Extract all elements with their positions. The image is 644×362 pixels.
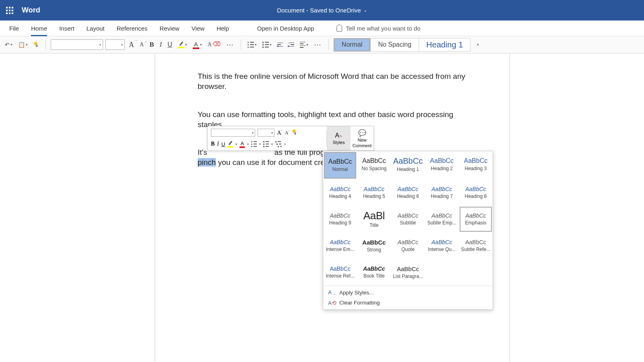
app-launcher-button[interactable] (0, 7, 19, 14)
bold-button[interactable]: B (148, 40, 155, 49)
mini-font-select[interactable]: ▾ (211, 129, 255, 137)
style-sample: AaBbCc (328, 158, 352, 165)
style-normal-button[interactable]: Normal (334, 38, 371, 51)
style-sample: AaBbCc (465, 213, 486, 218)
style-label: Subtitle (400, 220, 416, 226)
style-gallery-item[interactable]: AaBbCcIntense Ref... (323, 259, 357, 286)
tab-file[interactable]: File (3, 21, 25, 36)
style-gallery-item[interactable]: AaBbCcHeading 1 (391, 151, 425, 178)
mini-bold-button[interactable]: B (211, 141, 215, 147)
style-gallery-item[interactable]: AaBbCcSubtle Emp... (425, 206, 459, 232)
mini-multilevel-button[interactable] (275, 141, 282, 147)
mini-italic-button[interactable]: I (217, 141, 219, 147)
style-gallery-item[interactable]: AaBbCcNormal (324, 152, 356, 179)
clear-formatting-menu-button[interactable]: A⟲ Clear Formatting (323, 298, 493, 308)
style-gallery-item[interactable]: AaBbCcQuote (391, 232, 425, 259)
tab-view[interactable]: View (186, 21, 211, 36)
decrease-indent-button[interactable]: ◂ (276, 42, 285, 48)
style-label: Subtle Refe... (461, 247, 491, 252)
underline-button[interactable]: U (166, 40, 174, 49)
style-gallery-item[interactable]: AaBbCcHeading 2 (425, 151, 459, 178)
style-label: Heading 2 (431, 166, 453, 171)
styles-gallery-grid: AaBbCcNormalAaBbCcNo SpacingAaBbCcHeadin… (323, 151, 493, 286)
paste-button[interactable]: 📋▾ (17, 41, 29, 49)
format-painter-button[interactable] (32, 41, 41, 48)
style-sample: AaBbCc (398, 186, 418, 192)
style-gallery-item[interactable]: AaBbCcStrong (357, 232, 391, 259)
tell-me-search[interactable]: Tell me what you want to do (336, 25, 421, 32)
mini-highlight-button[interactable] (227, 140, 233, 148)
decrease-indent-icon: ◂ (277, 43, 283, 47)
align-button[interactable]: ▾ (298, 41, 310, 49)
style-sample: AaBbCc (330, 266, 350, 272)
mini-shrink-font-button[interactable]: Aˇ (285, 130, 289, 136)
style-label: Intense Qu... (428, 247, 456, 252)
style-gallery-item[interactable]: AaBbCcEmphasis (459, 206, 493, 232)
mini-styles-button[interactable]: A✎ Styles (327, 126, 350, 150)
ribbon-tabs: File Home Insert Layout References Revie… (0, 21, 644, 36)
style-gallery-item[interactable]: AaBbCcBook Title (357, 259, 391, 286)
mini-new-comment-button[interactable]: 💬 New Comment (350, 126, 374, 150)
style-gallery-item[interactable]: AaBbCcIntense Em... (323, 232, 357, 259)
tab-review[interactable]: Review (153, 21, 185, 36)
mini-font-color-button[interactable]: A (239, 140, 245, 148)
more-font-options-button[interactable]: ⋯ (225, 40, 236, 49)
style-gallery-item[interactable]: AaBbCcHeading 7 (425, 179, 459, 206)
mini-format-painter-button[interactable] (292, 130, 297, 136)
font-size-select[interactable]: ▾ (105, 39, 125, 50)
tab-references[interactable]: References (111, 21, 154, 36)
style-label: Intense Ref... (326, 273, 354, 279)
document-title-dropdown[interactable]: Document - Saved to OneDrive ⌄ (277, 7, 367, 14)
styles-expand-button[interactable]: ▾ (475, 42, 481, 47)
style-heading1-button[interactable]: Heading 1 (419, 38, 471, 51)
increase-indent-button[interactable]: ▸ (287, 42, 296, 48)
tab-insert[interactable]: Insert (53, 21, 80, 36)
style-sample: AaBbCc (330, 213, 350, 218)
style-label: Heading 1 (397, 167, 419, 172)
highlight-button[interactable]: ▾ (176, 40, 189, 49)
numbering-icon (263, 141, 269, 147)
bullets-button[interactable]: ▾ (246, 41, 258, 49)
style-label: Heading 5 (363, 193, 385, 199)
waffle-icon (6, 7, 13, 14)
grow-font-button[interactable]: A (127, 41, 136, 49)
style-gallery-item[interactable]: AaBbCcHeading 9 (323, 206, 357, 232)
apply-styles-button[interactable]: A→ Apply Styles... (323, 288, 493, 298)
style-label: Heading 3 (465, 166, 487, 171)
more-paragraph-options-button[interactable]: ⋯ (312, 40, 324, 49)
tab-layout[interactable]: Layout (80, 21, 111, 36)
style-gallery-item[interactable]: AaBbCcNo Spacing (357, 151, 391, 178)
font-color-button[interactable]: A▾ (191, 40, 204, 50)
style-sample: AaBbCc (330, 186, 350, 192)
mini-grow-font-button[interactable]: Aˆ (277, 130, 283, 136)
style-gallery-item[interactable]: AaBbCcList Paragra... (391, 259, 425, 286)
style-gallery-item[interactable]: AaBbCcHeading 4 (323, 179, 357, 206)
style-gallery-item[interactable]: AaBbCcSubtitle (391, 206, 425, 232)
style-label: Heading 4 (329, 193, 351, 199)
style-label: Quote (401, 247, 415, 252)
italic-button[interactable]: I (158, 40, 163, 49)
style-nospacing-button[interactable]: No Spacing (370, 38, 419, 51)
style-gallery-item[interactable]: AaBbCcHeading 8 (459, 179, 493, 206)
numbering-button[interactable]: ▾ (261, 41, 273, 49)
tab-home[interactable]: Home (25, 21, 53, 36)
tab-help[interactable]: Help (211, 21, 235, 36)
style-label: Normal (332, 167, 348, 172)
style-gallery-item[interactable]: AaBlTitle (357, 206, 391, 232)
mini-bullets-button[interactable] (251, 141, 257, 147)
shrink-font-button[interactable]: A (138, 41, 145, 48)
lightbulb-icon (336, 25, 342, 32)
open-in-desktop-button[interactable]: Open in Desktop App (251, 21, 320, 36)
style-gallery-item[interactable]: AaBbCcHeading 5 (357, 179, 391, 206)
clear-formatting-button[interactable]: A⌫ (206, 41, 222, 49)
style-gallery-item[interactable]: AaBbCcHeading 6 (391, 179, 425, 206)
mini-underline-button[interactable]: U (221, 141, 225, 147)
style-gallery-item[interactable]: AaBbCcIntense Qu... (425, 232, 459, 259)
font-family-select[interactable]: ▾ (51, 39, 103, 50)
undo-button[interactable]: ↶▾ (3, 41, 14, 49)
mini-size-select[interactable]: ▾ (258, 129, 275, 137)
style-gallery-item[interactable]: AaBbCcSubtle Refe... (459, 232, 493, 259)
mini-numbering-button[interactable] (263, 141, 269, 147)
format-painter-icon (291, 128, 299, 136)
style-gallery-item[interactable]: AaBbCcHeading 3 (459, 151, 493, 178)
